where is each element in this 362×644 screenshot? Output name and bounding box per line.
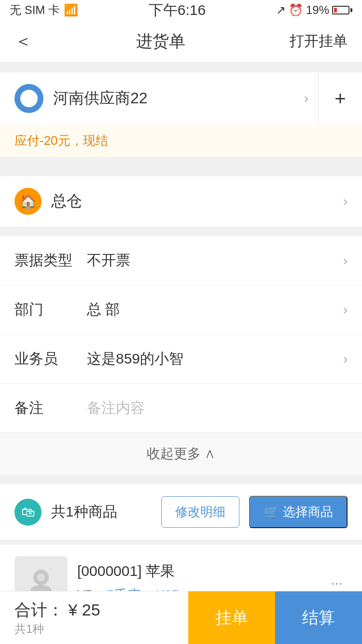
payment-notice: 应付-20元，现结 (0, 125, 362, 157)
supplier-avatar (14, 84, 43, 113)
remark-label: 备注 (14, 398, 87, 418)
select-product-label: 选择商品 (283, 504, 333, 520)
products-count: 共1种商品 (51, 502, 152, 522)
salesperson-row[interactable]: 业务员 这是859的小智 › (0, 335, 362, 384)
total-amount: 合计： ¥ 25 (14, 599, 174, 621)
remark-input[interactable]: 备注内容 (87, 398, 348, 418)
gap-3 (0, 226, 362, 236)
supplier-select-row[interactable]: 河南供应商22 › (0, 72, 319, 125)
department-chevron-icon: › (343, 302, 348, 318)
invoice-type-chevron-icon: › (343, 253, 348, 268)
status-bar-right: ↗ ⏰ 19% (276, 3, 352, 17)
invoice-type-value: 不开票 (87, 251, 338, 270)
alarm-icon: ⏰ (289, 3, 303, 17)
total-label: 合计： (14, 601, 64, 619)
carrier-label: 无 SIM 卡 (10, 2, 60, 18)
salesperson-value: 这是859的小智 (87, 349, 338, 369)
status-bar-left: 无 SIM 卡 📶 (10, 2, 78, 18)
page-title: 进货单 (136, 30, 185, 53)
status-bar-time: 下午6:16 (149, 0, 206, 20)
product-code: [0000001] (77, 563, 141, 579)
open-hang-button[interactable]: 打开挂单 (290, 31, 348, 51)
department-row[interactable]: 部门 总 部 › (0, 285, 362, 335)
total-section: 合计： ¥ 25 共1种 (0, 599, 188, 637)
svg-point-2 (37, 574, 45, 581)
supplier-section: 河南供应商22 › + (0, 72, 362, 125)
supplier-chevron-icon: › (304, 91, 308, 106)
total-count: 共1种 (14, 621, 174, 637)
battery-percent: 19% (306, 3, 329, 17)
invoice-type-label: 票据类型 (14, 251, 87, 270)
collapse-row[interactable]: 收起更多 ∧ (0, 433, 362, 475)
department-label: 部门 (14, 300, 87, 320)
form-section: 票据类型 不开票 › 部门 总 部 › 业务员 这是859的小智 › 备注 备注… (0, 236, 362, 433)
department-value: 总 部 (87, 300, 338, 320)
product-name: [0000001] 苹果 (77, 561, 316, 581)
warehouse-row[interactable]: 🏠 总仓 › (0, 176, 362, 226)
gap-1 (0, 63, 362, 72)
warehouse-icon: 🏠 (14, 188, 42, 215)
products-icon: 🛍 (14, 499, 42, 526)
products-header: 🛍 共1种商品 修改明细 🛒 选择商品 (0, 484, 362, 540)
add-supplier-button[interactable]: + (319, 72, 362, 125)
nav-bar: ＜ 进货单 打开挂单 (0, 20, 362, 63)
location-icon: ↗ (276, 3, 286, 17)
total-value: ¥ 25 (68, 601, 100, 619)
wifi-icon: 📶 (64, 3, 78, 17)
warehouse-name: 总仓 (51, 191, 338, 212)
cart-icon: 🛒 (264, 504, 279, 519)
warehouse-chevron-icon: › (343, 194, 348, 209)
salesperson-label: 业务员 (14, 349, 87, 369)
product-title: 苹果 (146, 563, 175, 579)
salesperson-chevron-icon: › (343, 351, 348, 367)
status-bar: 无 SIM 卡 📶 下午6:16 ↗ ⏰ 19% (0, 0, 362, 20)
hang-button[interactable]: 挂单 (188, 591, 275, 644)
gap-2 (0, 157, 362, 167)
bottom-bar: 合计： ¥ 25 共1种 挂单 结算 (0, 591, 362, 644)
select-product-button[interactable]: 🛒 选择商品 (249, 496, 348, 528)
battery-indicator (332, 6, 352, 14)
checkout-button[interactable]: 结算 (275, 591, 362, 644)
remark-row[interactable]: 备注 备注内容 (0, 384, 362, 433)
back-button[interactable]: ＜ (14, 29, 32, 53)
invoice-type-row[interactable]: 票据类型 不开票 › (0, 236, 362, 285)
edit-detail-button[interactable]: 修改明细 (161, 496, 239, 528)
supplier-name: 河南供应商22 (53, 88, 299, 109)
collapse-label: 收起更多 ∧ (147, 445, 216, 463)
